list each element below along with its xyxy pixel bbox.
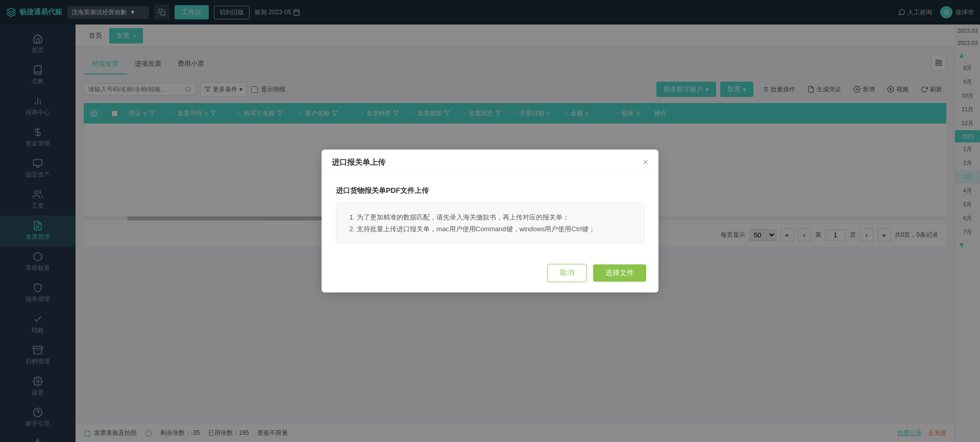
- instruction-2: 支持批量上传进口报关单，mac用户使用Command键，windows用户使用C…: [357, 223, 633, 235]
- instruction-1: 为了更加精准的数据匹配，请先录入海关缴款书，再上传对应的报关单；: [357, 211, 633, 223]
- modal-instructions: 为了更加精准的数据匹配，请先录入海关缴款书，再上传对应的报关单； 支持批量上传进…: [336, 203, 644, 244]
- modal-cancel-btn[interactable]: 取消: [547, 264, 587, 282]
- modal-body: 进口货物报关单PDF文件上传 为了更加精准的数据匹配，请先录入海关缴款书，再上传…: [322, 174, 658, 256]
- modal-close-btn[interactable]: ×: [643, 158, 648, 167]
- modal-section-title: 进口货物报关单PDF文件上传: [336, 186, 644, 195]
- modal-header: 进口报关单上传 ×: [322, 150, 658, 174]
- modal-overlay: 进口报关单上传 × 进口货物报关单PDF文件上传 为了更加精准的数据匹配，请先录…: [0, 0, 980, 442]
- modal-footer: 取消 选择文件: [322, 256, 658, 292]
- modal-title: 进口报关单上传: [332, 158, 385, 167]
- import-customs-modal: 进口报关单上传 × 进口货物报关单PDF文件上传 为了更加精准的数据匹配，请先录…: [322, 150, 658, 293]
- modal-select-file-btn[interactable]: 选择文件: [593, 264, 646, 282]
